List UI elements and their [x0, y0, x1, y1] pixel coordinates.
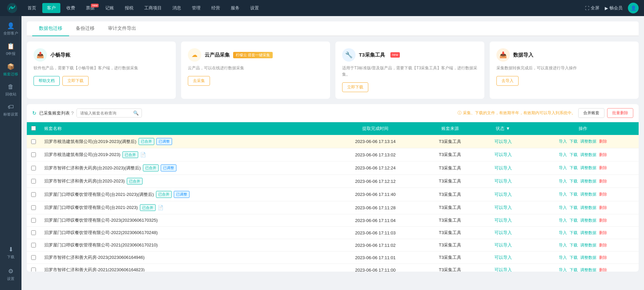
row-action-调整数据[interactable]: 调整数据 — [579, 152, 598, 157]
row-action-导入[interactable]: 导入 — [557, 218, 568, 223]
nav-item-消息[interactable]: 消息 — [168, 3, 186, 13]
row-action-删除[interactable]: 删除 — [598, 179, 608, 184]
user-avatar[interactable]: 👤 — [628, 3, 639, 13]
row-checkbox[interactable] — [31, 243, 36, 247]
row-checkbox[interactable] — [31, 268, 36, 272]
row-checkbox[interactable] — [31, 179, 36, 184]
row-action-删除[interactable]: 删除 — [598, 192, 608, 197]
status-text: 可以导入 — [494, 218, 512, 223]
refresh-icon[interactable]: ↻ — [32, 110, 37, 116]
nav-item-经营[interactable]: 经营 — [207, 3, 225, 13]
row-action-下载[interactable]: 下载 — [568, 218, 579, 223]
card-action-去导入[interactable]: 去导入 — [496, 76, 519, 86]
nav-item-客户[interactable]: 客户 — [42, 3, 60, 13]
card-action-去采集[interactable]: 去采集 — [188, 76, 210, 86]
card-action-立即下载[interactable]: 立即下载 — [62, 76, 89, 86]
row-action-下载[interactable]: 下载 — [568, 139, 579, 144]
member-button[interactable]: ▶ 畅会员 — [605, 5, 623, 11]
cell-time: 2023-06-06 17:11:00 — [329, 264, 421, 272]
nav-item-管理[interactable]: 管理 — [187, 3, 205, 13]
batch-delete-button[interactable]: 批量删除 — [607, 108, 633, 118]
row-action-删除[interactable]: 删除 — [598, 218, 608, 223]
row-action-导入[interactable]: 导入 — [557, 179, 568, 184]
row-action-导入[interactable]: 导入 — [557, 192, 568, 197]
row-action-删除[interactable]: 删除 — [598, 205, 608, 210]
row-action-删除[interactable]: 删除 — [598, 152, 608, 157]
row-checkbox[interactable] — [31, 139, 36, 144]
row-action-下载[interactable]: 下载 — [568, 230, 579, 235]
sidebar-item-回收站[interactable]: 🗑回收站 — [2, 80, 19, 100]
row-action-调整数据[interactable]: 调整数据 — [579, 243, 598, 247]
nav-item-设置[interactable]: 设置 — [246, 3, 264, 13]
row-action-调整数据[interactable]: 调整数据 — [579, 205, 598, 210]
card-action-帮助文档[interactable]: 帮助文档 — [34, 76, 60, 86]
row-action-下载[interactable]: 下载 — [568, 255, 579, 260]
table-toolbar: ↻ 已采集账套列表 ? 🔍 ⓘ 采集、下载的文件，有效期半年，有效期内可以导入到… — [27, 104, 639, 122]
row-action-导入[interactable]: 导入 — [557, 165, 568, 170]
sidebar-bottom-下载[interactable]: ⬇下载 — [0, 242, 21, 263]
nav-item-首页[interactable]: 首页 — [23, 3, 41, 13]
sidebar-bottom-设置[interactable]: ⚙设置 — [0, 264, 21, 285]
row-action-删除[interactable]: 删除 — [598, 255, 608, 260]
row-action-下载[interactable]: 下载 — [568, 165, 579, 170]
row-action-调整数据[interactable]: 调整数据 — [579, 268, 598, 272]
row-action-导入[interactable]: 导入 — [557, 268, 568, 272]
row-action-删除[interactable]: 删除 — [598, 230, 608, 235]
row-action-下载[interactable]: 下载 — [568, 268, 579, 272]
merge-button[interactable]: 合并账套 — [578, 108, 604, 118]
row-checkbox[interactable] — [31, 218, 36, 223]
sidebar-item-0申报[interactable]: 📋0申报 — [2, 39, 19, 60]
nav-item-报税[interactable]: 报税 — [120, 3, 138, 13]
cell-status: 可以导入 — [479, 264, 527, 272]
row-action-导入[interactable]: 导入 — [557, 230, 568, 235]
row-action-下载[interactable]: 下载 — [568, 243, 579, 247]
row-action-导入[interactable]: 导入 — [557, 139, 568, 144]
row-action-下载[interactable]: 下载 — [568, 205, 579, 210]
row-action-调整数据[interactable]: 调整数据 — [579, 139, 598, 144]
card-title: 云产品采集 — [205, 52, 230, 58]
row-checkbox[interactable] — [31, 230, 36, 235]
tab-数据包迁移[interactable]: 数据包迁移 — [32, 21, 69, 36]
row-action-删除[interactable]: 删除 — [598, 268, 608, 272]
row-action-导入[interactable]: 导入 — [557, 205, 568, 210]
search-button[interactable]: 🔍 — [130, 109, 142, 117]
fullscreen-button[interactable]: ⛶ 全屏 — [585, 5, 599, 11]
select-all-checkbox[interactable] — [31, 126, 36, 131]
row-action-导入[interactable]: 导入 — [557, 152, 568, 157]
nav-item-收费[interactable]: 收费 — [62, 3, 80, 13]
card-action-立即下载[interactable]: 立即下载 — [342, 82, 368, 92]
row-checkbox[interactable] — [31, 205, 36, 210]
app-logo[interactable] — [5, 1, 19, 15]
row-action-调整数据[interactable]: 调整数据 — [579, 218, 598, 223]
row-action-删除[interactable]: 删除 — [598, 243, 608, 247]
card-badge: 柠檬云 搭套一键采集 — [233, 52, 273, 58]
main-content: 数据包迁移备份迁移审计文件导出 📤 小畅导账 软件包产品，需要下载【小畅导账】客… — [21, 16, 644, 290]
tab-审计文件导出[interactable]: 审计文件导出 — [101, 21, 143, 36]
row-action-下载[interactable]: 下载 — [568, 179, 579, 184]
nav-item-记账[interactable]: 记账 — [101, 3, 119, 13]
sidebar-item-标签设置[interactable]: 🏷标签设置 — [2, 100, 19, 120]
sidebar-item-全部客户[interactable]: 👤全部客户 — [2, 19, 19, 39]
nav-item-票据[interactable]: 票据new — [81, 3, 99, 13]
search-input[interactable] — [77, 109, 130, 117]
row-action-导入[interactable]: 导入 — [557, 255, 568, 260]
row-action-下载[interactable]: 下载 — [568, 192, 579, 197]
row-action-导入[interactable]: 导入 — [557, 243, 568, 247]
row-checkbox[interactable] — [31, 192, 36, 197]
tab-备份迁移[interactable]: 备份迁移 — [69, 21, 101, 36]
row-checkbox[interactable] — [31, 255, 36, 260]
row-action-删除[interactable]: 删除 — [598, 139, 608, 144]
row-action-调整数据[interactable]: 调整数据 — [579, 165, 598, 170]
row-checkbox[interactable] — [31, 152, 36, 157]
row-checkbox[interactable] — [31, 166, 36, 170]
sidebar-item-账套迁移[interactable]: 📦账套迁移 — [2, 60, 19, 80]
row-action-删除[interactable]: 删除 — [598, 165, 608, 170]
nav-item-服务[interactable]: 服务 — [226, 3, 244, 13]
row-action-调整数据[interactable]: 调整数据 — [579, 255, 598, 260]
row-action-调整数据[interactable]: 调整数据 — [579, 179, 598, 184]
row-action-调整数据[interactable]: 调整数据 — [579, 230, 598, 235]
row-action-调整数据[interactable]: 调整数据 — [579, 192, 598, 197]
table-row: 汩罗屋门口哔叹餐饮管理有限公司-2022(20230606170248)2023… — [27, 227, 639, 239]
row-action-下载[interactable]: 下载 — [568, 152, 579, 157]
nav-item-工商项目[interactable]: 工商项目 — [140, 3, 166, 13]
